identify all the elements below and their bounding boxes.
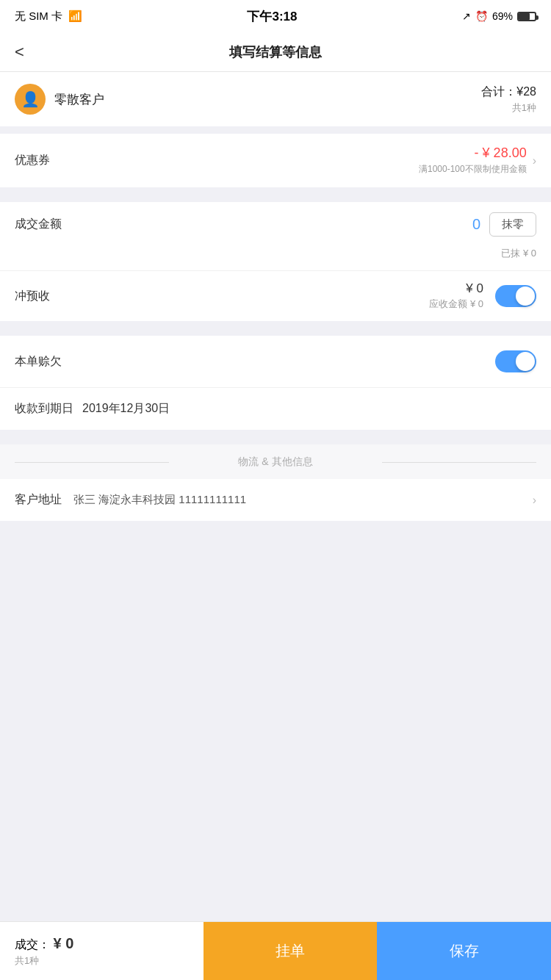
coupon-right: - ¥ 28.00 满1000-100不限制使用金额 › bbox=[419, 145, 536, 176]
debit-row: 本单赊欠 bbox=[0, 336, 551, 387]
coupon-row[interactable]: 优惠券 - ¥ 28.00 满1000-100不限制使用金额 › bbox=[0, 134, 551, 187]
coupon-label: 优惠券 bbox=[15, 153, 50, 168]
carrier-text: 无 SIM 卡 bbox=[15, 10, 62, 24]
pre-collect-label: 冲预收 bbox=[15, 289, 50, 304]
bottom-bar: 成交： ¥ 0 共1种 挂单 保存 bbox=[0, 921, 551, 980]
nav-bar: < 填写结算等信息 bbox=[0, 32, 551, 72]
customer-avatar: 👤 bbox=[15, 84, 46, 115]
battery-percent: 69% bbox=[492, 10, 513, 22]
address-section: 客户地址 张三 海淀永丰科技园 11111111111 › bbox=[0, 479, 551, 521]
transaction-right: 0 抹零 bbox=[472, 212, 536, 237]
address-value: 张三 海淀永丰科技园 11111111111 bbox=[73, 493, 533, 507]
due-date-row: 收款到期日 2019年12月30日 bbox=[0, 387, 551, 430]
customer-section: 👤 零散客户 合计：¥28 共1种 bbox=[0, 72, 551, 126]
total-count: 共1种 bbox=[481, 101, 536, 115]
logistics-separator: 物流 & 其他信息 bbox=[0, 444, 551, 479]
pre-amounts: ¥ 0 应收金额 ¥ 0 bbox=[429, 281, 483, 311]
address-row[interactable]: 客户地址 张三 海淀永丰科技园 11111111111 › bbox=[0, 479, 551, 521]
transaction-amount[interactable]: 0 bbox=[472, 216, 480, 233]
deal-amount: ¥ 0 bbox=[53, 935, 73, 951]
divider-2 bbox=[0, 328, 551, 336]
time-display: 下午3:18 bbox=[247, 8, 297, 25]
battery-icon bbox=[517, 12, 536, 21]
address-chevron-icon: › bbox=[533, 494, 536, 507]
address-label: 客户地址 bbox=[15, 492, 62, 508]
divider-1 bbox=[0, 195, 551, 202]
content: 👤 零散客户 合计：¥28 共1种 优惠券 - ¥ 28.00 满1000-10… bbox=[0, 72, 551, 594]
pre-sub-amount: 应收金额 ¥ 0 bbox=[429, 298, 483, 311]
customer-row: 👤 零散客户 合计：¥28 共1种 bbox=[0, 72, 551, 126]
coupon-section: 优惠券 - ¥ 28.00 满1000-100不限制使用金额 › bbox=[0, 134, 551, 187]
debit-label: 本单赊欠 bbox=[15, 354, 62, 370]
location-icon: ↗ bbox=[462, 10, 471, 22]
pre-collect-toggle[interactable] bbox=[495, 285, 536, 307]
status-right: ↗ ⏰ 69% bbox=[462, 10, 536, 22]
status-left: 无 SIM 卡 📶 bbox=[15, 10, 82, 24]
bottom-summary: 成交： ¥ 0 共1种 bbox=[0, 935, 204, 968]
total-amount: 合计：¥28 bbox=[481, 84, 536, 100]
due-date-label: 收款到期日 bbox=[15, 401, 73, 417]
divider-3 bbox=[0, 437, 551, 444]
customer-left: 👤 零散客户 bbox=[15, 84, 104, 115]
pending-button[interactable]: 挂单 bbox=[204, 922, 378, 981]
page-title: 填写结算等信息 bbox=[229, 43, 322, 61]
customer-name: 零散客户 bbox=[54, 91, 104, 108]
back-button[interactable]: < bbox=[15, 43, 24, 62]
transaction-row: 成交金额 0 抹零 bbox=[0, 202, 551, 247]
due-date-value: 2019年12月30日 bbox=[82, 401, 170, 417]
debit-toggle-knob bbox=[516, 352, 535, 371]
debit-toggle[interactable] bbox=[495, 350, 536, 372]
pre-collect-row: 冲预收 ¥ 0 应收金额 ¥ 0 bbox=[0, 270, 551, 321]
save-button[interactable]: 保存 bbox=[377, 922, 551, 981]
debit-section: 本单赊欠 收款到期日 2019年12月30日 bbox=[0, 336, 551, 430]
deal-line: 成交： ¥ 0 bbox=[15, 935, 189, 953]
deal-label: 成交： bbox=[15, 938, 50, 951]
round-zero-button[interactable]: 抹零 bbox=[489, 212, 536, 237]
coupon-info: - ¥ 28.00 满1000-100不限制使用金额 bbox=[419, 145, 527, 176]
customer-total: 合计：¥28 共1种 bbox=[481, 84, 536, 115]
pre-collect-right: ¥ 0 应收金额 ¥ 0 bbox=[429, 281, 536, 311]
wifi-icon: 📶 bbox=[68, 10, 82, 23]
logistics-text: 物流 & 其他信息 bbox=[238, 455, 312, 467]
coupon-desc: 满1000-100不限制使用金额 bbox=[419, 163, 527, 176]
coupon-amount: - ¥ 28.00 bbox=[419, 145, 527, 161]
toggle-knob bbox=[516, 287, 535, 306]
alarm-icon: ⏰ bbox=[475, 10, 488, 22]
transaction-section: 成交金额 0 抹零 已抹 ¥ 0 冲预收 ¥ 0 应收金额 ¥ 0 bbox=[0, 202, 551, 321]
pre-main-amount: ¥ 0 bbox=[429, 281, 483, 296]
avatar-icon: 👤 bbox=[21, 90, 40, 108]
deal-count: 共1种 bbox=[15, 954, 189, 968]
transaction-label: 成交金额 bbox=[15, 217, 62, 232]
transaction-sub: 已抹 ¥ 0 bbox=[0, 247, 551, 270]
chevron-right-icon: › bbox=[533, 154, 536, 167]
status-bar: 无 SIM 卡 📶 下午3:18 ↗ ⏰ 69% bbox=[0, 0, 551, 32]
